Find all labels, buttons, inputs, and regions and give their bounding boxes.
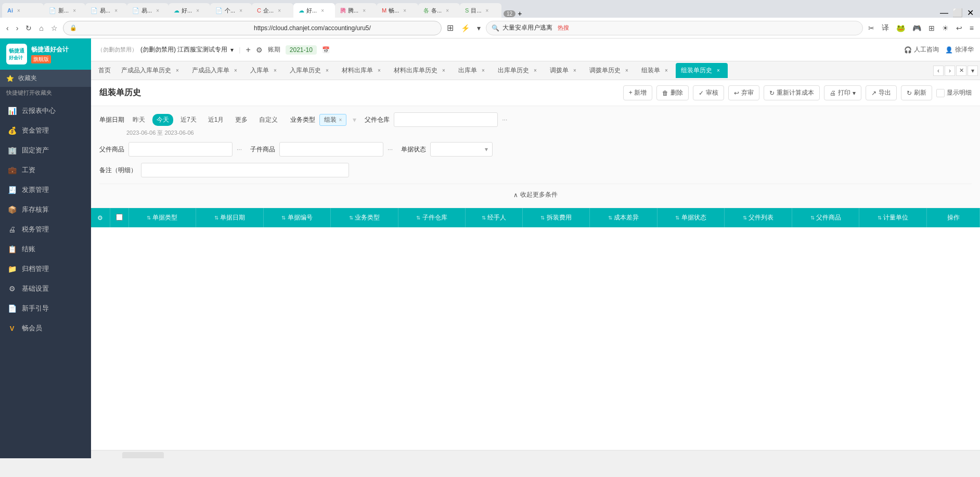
sidebar-item-inventory[interactable]: 📦 库存核算: [0, 200, 91, 220]
sort-icon-bill-date[interactable]: ⇅: [214, 215, 218, 221]
sort-icon-disassembly-cost[interactable]: ⇅: [540, 215, 545, 221]
page-tab-finished-history[interactable]: 产成品入库单历史 ×: [116, 63, 187, 78]
tab-close-10[interactable]: ×: [446, 8, 449, 14]
business-dropdown[interactable]: ▾: [353, 115, 356, 124]
close-tab-10[interactable]: ×: [623, 67, 631, 75]
shortcut-today[interactable]: 今天: [152, 114, 173, 126]
add-company-button[interactable]: +: [246, 45, 250, 55]
sidebar-item-guide[interactable]: 📄 新手引导: [0, 299, 91, 318]
abandon-button[interactable]: ↩ 弃审: [728, 85, 759, 100]
grid-button[interactable]: ⊞: [926, 22, 937, 34]
tab-close-6[interactable]: ×: [278, 8, 281, 14]
sidebar-item-closing[interactable]: 📋 结账: [0, 239, 91, 259]
sidebar-item-cloud-report[interactable]: 📊 云报表中心: [0, 101, 91, 121]
display-toggle[interactable]: 显示明细: [936, 88, 972, 97]
menu-button[interactable]: ≡: [968, 22, 976, 34]
tab-close-8[interactable]: ×: [363, 8, 366, 14]
status-select[interactable]: ▾: [430, 142, 493, 157]
company-selector[interactable]: （勿删勿禁用） (勿删勿禁用) 江西服宝测试专用 ▾: [97, 45, 234, 54]
tab-nav-right[interactable]: ›: [945, 66, 955, 76]
sidebar-item-finance[interactable]: 💰 资金管理: [0, 121, 91, 140]
child-goods-input[interactable]: [279, 142, 383, 157]
export-button[interactable]: ↗ 导出: [866, 85, 897, 100]
search-bar[interactable]: 🔍 大量安卓用户逃离 热搜: [486, 21, 863, 35]
tab-close-11[interactable]: ×: [486, 8, 489, 14]
user-avatar[interactable]: 👤 徐泽华: [945, 45, 974, 54]
browser-tab-8[interactable]: 腾 腾... ×: [335, 3, 377, 18]
scrollbar-thumb[interactable]: [122, 452, 164, 458]
shortcut-1month[interactable]: 近1月: [204, 114, 228, 126]
browser-tab-6[interactable]: C 企... ×: [252, 3, 293, 18]
shortcut-more[interactable]: 更多: [231, 114, 252, 126]
scissors-button[interactable]: ✂: [866, 22, 876, 34]
settings-button[interactable]: ⚙: [256, 46, 263, 54]
close-tab-3[interactable]: ×: [271, 67, 279, 75]
close-tab-8[interactable]: ×: [531, 67, 539, 75]
refresh-button[interactable]: ↻ 刷新: [901, 85, 932, 100]
delete-button[interactable]: 🗑 删除: [656, 85, 689, 100]
period-badge[interactable]: 2021-10: [286, 45, 317, 55]
sort-icon-parent-goods[interactable]: ⇅: [810, 215, 815, 221]
lightning-button[interactable]: ⚡: [459, 22, 472, 34]
close-tab-11[interactable]: ×: [662, 67, 670, 75]
browser-tab-10[interactable]: 各 各... ×: [418, 3, 460, 18]
bookmark-shortcut[interactable]: 快捷键打开收藏夹: [0, 87, 91, 101]
tab-nav-menu[interactable]: ▾: [968, 66, 978, 76]
bottom-scrollbar[interactable]: [91, 450, 980, 458]
shortcut-custom[interactable]: 自定义: [255, 114, 282, 126]
shortcut-7days[interactable]: 近7天: [176, 114, 201, 126]
sort-icon-bill-status[interactable]: ⇅: [675, 215, 679, 221]
browser-tab-1[interactable]: 📄 新... ×: [44, 3, 85, 18]
browser-tab-11[interactable]: S 目... ×: [460, 3, 501, 18]
sun-button[interactable]: ☀: [940, 22, 951, 34]
close-tab-7[interactable]: ×: [479, 67, 487, 75]
parent-goods-input[interactable]: [128, 142, 233, 157]
emoji-button[interactable]: 🐸: [894, 22, 907, 34]
sidebar-item-salary[interactable]: 💼 工资: [0, 160, 91, 180]
page-tab-out-history[interactable]: 出库单历史 ×: [493, 63, 545, 78]
page-tab-home[interactable]: 首页: [93, 63, 116, 78]
maximize-button[interactable]: ⬜: [952, 8, 963, 18]
recalculate-button[interactable]: ↻ 重新计算成本: [764, 85, 820, 100]
sort-icon-bill-type[interactable]: ⇅: [147, 215, 151, 221]
sidebar-item-tax[interactable]: 🖨 税务管理: [0, 220, 91, 239]
sort-icon-handler[interactable]: ⇅: [482, 215, 486, 221]
table-settings-col[interactable]: ⚙: [91, 208, 110, 227]
back-button[interactable]: ‹: [4, 22, 11, 34]
warehouse-dots[interactable]: ···: [502, 116, 507, 123]
minimize-button[interactable]: —: [940, 8, 948, 18]
sort-icon-bill-no[interactable]: ⇅: [281, 215, 286, 221]
bookmark-section[interactable]: ⭐ 收藏夹: [0, 70, 91, 87]
page-tab-storage[interactable]: 入库单 ×: [245, 63, 285, 78]
sidebar-item-invoice[interactable]: 🧾 发票管理: [0, 180, 91, 200]
page-tab-transfer-history[interactable]: 调拨单历史 ×: [584, 63, 636, 78]
page-tab-out[interactable]: 出库单 ×: [453, 63, 493, 78]
page-tab-finished[interactable]: 产成品入库单 ×: [187, 63, 245, 78]
close-tab-1[interactable]: ×: [173, 67, 182, 75]
select-all-checkbox[interactable]: [116, 214, 123, 221]
sort-icon-business-type[interactable]: ⇅: [349, 215, 353, 221]
close-tab-5[interactable]: ×: [375, 67, 383, 75]
tab-close-1[interactable]: ×: [73, 8, 76, 14]
browser-tab-9[interactable]: M 畅... ×: [377, 3, 418, 18]
page-tab-material-out[interactable]: 材料出库单 ×: [337, 63, 389, 78]
bookmark-button[interactable]: ☆: [49, 22, 60, 34]
close-tab-6[interactable]: ×: [440, 67, 448, 75]
undo-button[interactable]: ↩: [954, 22, 964, 34]
close-window-button[interactable]: ✕: [967, 8, 974, 18]
reload-button[interactable]: ↻: [23, 22, 34, 34]
tab-close-3[interactable]: ×: [156, 8, 159, 14]
tab-close-2[interactable]: ×: [114, 8, 118, 14]
browser-tab-7[interactable]: ☁ 好... ×: [293, 3, 335, 18]
sort-icon-parent-list[interactable]: ⇅: [743, 215, 747, 221]
collapse-button[interactable]: ∧ 收起更多条件: [507, 188, 564, 201]
sort-icon-unit[interactable]: ⇅: [878, 215, 882, 221]
tab-nav-left[interactable]: ‹: [933, 66, 944, 76]
browser-tab-2[interactable]: 📄 易... ×: [85, 3, 127, 18]
page-tab-assembly-history[interactable]: 组装单历史 ×: [676, 63, 728, 78]
tab-close-5[interactable]: ×: [239, 8, 242, 14]
close-tab-9[interactable]: ×: [571, 67, 579, 75]
qr-button[interactable]: ⊞: [445, 21, 456, 35]
calendar-icon[interactable]: 📅: [322, 46, 330, 54]
sidebar-item-archive[interactable]: 📁 归档管理: [0, 259, 91, 279]
